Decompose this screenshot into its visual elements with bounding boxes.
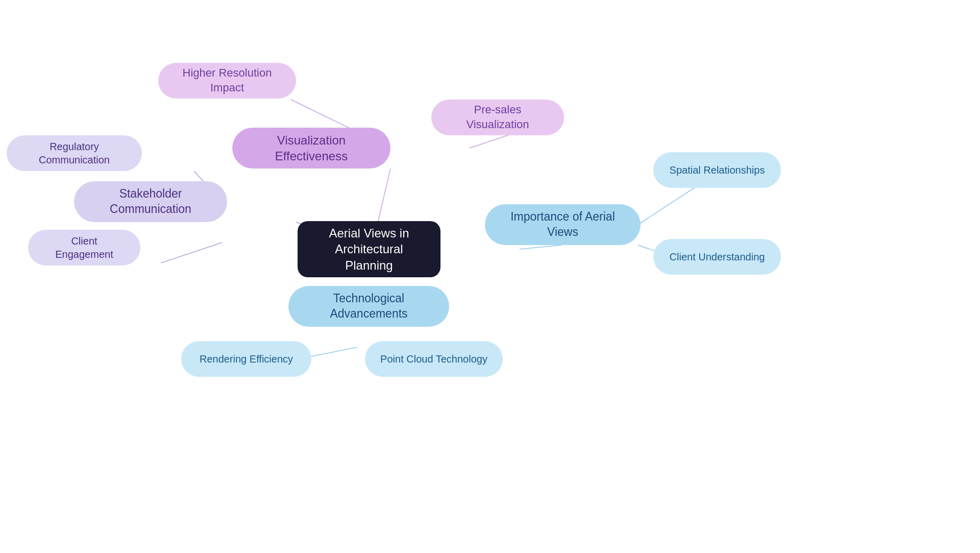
technological-advancements-node[interactable]: Technological Advancements	[288, 286, 449, 327]
importance-aerial-views-node[interactable]: Importance of Aerial Views	[485, 204, 641, 245]
client-engagement-node[interactable]: Client Engagement	[28, 230, 140, 266]
svg-line-6	[520, 245, 561, 249]
higher-resolution-node[interactable]: Higher Resolution Impact	[158, 63, 296, 99]
center-node[interactable]: Aerial Views in Architectural Planning	[298, 221, 440, 277]
presales-visualization-node[interactable]: Pre-sales Visualization	[431, 100, 564, 135]
svg-line-5	[161, 243, 222, 263]
spatial-relationships-node[interactable]: Spatial Relationships	[653, 152, 781, 188]
visualization-effectiveness-node[interactable]: Visualization Effectiveness	[232, 128, 390, 169]
regulatory-communication-node[interactable]: Regulatory Communication	[7, 135, 142, 171]
stakeholder-communication-node[interactable]: Stakeholder Communication	[74, 181, 227, 222]
rendering-efficiency-node[interactable]: Rendering Efficiency	[181, 341, 311, 377]
point-cloud-technology-node[interactable]: Point Cloud Technology	[365, 341, 503, 377]
client-understanding-node[interactable]: Client Understanding	[653, 239, 781, 275]
